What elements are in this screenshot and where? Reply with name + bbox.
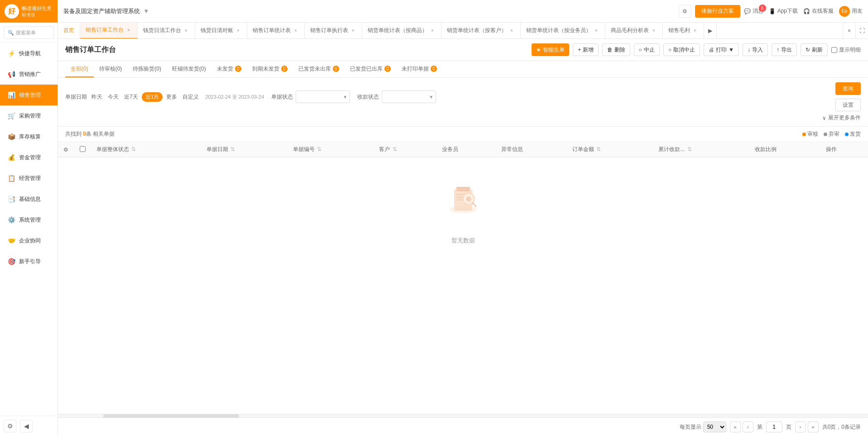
tab-sales-sum-customer[interactable]: 销货单统计表（按客户） × [441,23,521,39]
filter-tab-not-shipped[interactable]: 未发货 0 [211,61,247,77]
tab-close-gross-profit[interactable]: × [651,28,657,34]
table-scroll-area[interactable]: ⚙ 单据整体状态 ⇅ 单据日期 ⇅ [58,142,868,414]
sidebar-item-guide[interactable]: 🎯 新手引导 [0,251,58,272]
sidebar-item-purchase[interactable]: 🛒 采购管理 [0,105,58,126]
tab-close-sales-sum-product[interactable]: × [429,28,436,34]
payment-select[interactable] [382,90,436,103]
sidebar-item-operations[interactable]: 📋 经营管理 [0,168,58,189]
col-cumulative-payment[interactable]: 累计收款... ⇅ [653,142,749,157]
page-first-button[interactable]: « [730,422,741,432]
show-detail-checkbox[interactable]: 显示明细 [831,46,861,54]
set-button[interactable]: 设置 [835,99,861,111]
page-next-button[interactable]: › [795,422,806,432]
page-prev-button[interactable]: ‹ [743,422,753,432]
tab-sales-sum-product[interactable]: 销货单统计表（按商品） × [362,23,441,39]
ship-action[interactable]: 发货 [845,130,861,138]
export-button[interactable]: ↑ 导出 [772,43,797,56]
date-custom[interactable]: 自定义 [181,92,201,102]
tab-sales-stat[interactable]: 销售订单统计表 × [247,23,305,39]
cash-reconcile-tab-label: 钱货日清对账 [201,27,233,34]
tab-close-sales-exec[interactable]: × [350,28,356,34]
tab-sales-order[interactable]: 销售订单工作台 × [80,23,138,39]
search-menu-button[interactable]: 🔍 搜索菜单 [4,26,54,39]
sidebar-item-quick-nav[interactable]: ⚡ 快捷导航 [0,43,58,64]
tab-home[interactable]: 首页 [58,23,80,39]
industry-solution-button[interactable]: 体验行业方案 [695,5,740,18]
col-bill-date[interactable]: 单据日期 ⇅ [201,142,288,157]
tab-close-sales-more[interactable]: × [692,28,698,34]
refresh-button[interactable]: ↻ 刷新 [801,43,828,56]
tab-maximize-button[interactable]: ⛶ [855,23,868,39]
filter-tab-pending-check[interactable]: 待拣验货(0) [127,61,167,77]
print-button[interactable]: 🖨 打印 ▼ [704,43,739,56]
page-last-button[interactable]: » [808,422,819,432]
filter-tab-pending-audit[interactable]: 待审核(0) [94,61,128,77]
tab-cash-reconcile[interactable]: 钱货日清对账 × [195,23,247,39]
date-1month[interactable]: 近1月 [142,92,163,102]
tab-close-sales-sum-staff[interactable]: × [593,28,599,34]
import-button[interactable]: ↓ 导入 [743,43,768,56]
tab-close-sales-sum-customer[interactable]: × [508,28,515,34]
tab-sales-more[interactable]: 销售毛利 × [663,23,704,39]
detail-checkbox-input[interactable] [831,47,837,53]
page-number-input[interactable] [766,422,782,432]
tab-gross-profit[interactable]: 商品毛利分析表 × [605,23,663,39]
filter-tab-not-printed[interactable]: 未打印单据 0 [396,61,442,77]
tab-sales-sum-staff[interactable]: 销货单统计表（按业务员） × [521,23,605,39]
topbar-gear-button[interactable]: ⚙ [679,5,691,18]
select-all-checkbox[interactable] [80,146,86,152]
col-order-amount[interactable]: 订单金额 ⇅ [567,142,653,157]
filter-tab-shipped-not-out[interactable]: 已发货未出库 0 [293,61,345,77]
col-customer[interactable]: 客户 ⇅ [374,142,436,157]
tab-close-sales-stat[interactable]: × [293,28,299,34]
sidebar-item-sales[interactable]: 📊 销售管理 [0,85,58,105]
app-download-button[interactable]: 📱 App下载 [769,7,798,15]
tab-sales-exec[interactable]: 销售订单执行表 × [305,23,362,39]
filter-tab-wangpu-ship[interactable]: 旺铺待发货(0) [167,61,211,77]
stop-button[interactable]: ○ 中止 [634,43,660,56]
total-records-info: 共0页，0条记录 [822,423,861,431]
search-icon: 🔍 [8,30,14,36]
sidebar-item-basic-info[interactable]: 📑 基础信息 [0,189,58,209]
smart-create-button[interactable]: ★ 智能生单 [532,43,569,56]
online-service-button[interactable]: 🎧 在线客服 [803,7,834,15]
tab-close-all-button[interactable]: × [843,23,855,39]
col-bill-status[interactable]: 单据整体状态 ⇅ [91,142,201,157]
page-size-select[interactable]: 50 10 20 100 [703,422,726,432]
date-more[interactable]: 更多 [164,92,179,102]
date-yesterday[interactable]: 昨天 [90,92,104,102]
col-settings[interactable]: ⚙ [58,142,74,157]
system-dropdown-icon[interactable]: ▼ [143,8,150,15]
user-menu[interactable]: Ea 用友 [839,6,863,17]
audit-action[interactable]: 审核 [802,130,818,138]
date-7days[interactable]: 近7天 [122,92,140,102]
tabs-more-button[interactable]: ▶ [704,23,717,39]
messages-button[interactable]: 💬 消息 6 [744,7,763,15]
cancel-stop-button[interactable]: ○ 取消中止 [663,43,700,56]
sidebar-item-system[interactable]: ⚙️ 系统管理 [0,209,58,230]
collapse-button[interactable]: ◀ [20,420,33,432]
tab-close-cash-reconcile[interactable]: × [235,28,241,34]
col-bill-no[interactable]: 单据编号 ⇅ [288,142,374,157]
sidebar-item-enterprise[interactable]: 🤝 企业协同 [0,230,58,251]
filter-tab-all[interactable]: 全部(0) [65,61,94,77]
delete-button[interactable]: 🗑 删除 [602,43,630,56]
settings-button[interactable]: ⚙ [4,420,16,432]
tab-daily-cash[interactable]: 钱货日清工作台 × [138,23,195,39]
sidebar-item-finance[interactable]: 💰 资金管理 [0,147,58,168]
expand-conditions-button[interactable]: ∨ 展开更多条件 [822,114,861,122]
query-button[interactable]: 查询 [835,82,861,95]
date-today[interactable]: 今天 [106,92,120,102]
cancel-audit-action[interactable]: 弃审 [824,130,839,138]
sidebar-item-inventory[interactable]: 📦 库存核算 [0,126,58,147]
tab-close-sales-order[interactable]: × [125,27,132,33]
filter-tab-shipped-out[interactable]: 已发货已出库 0 [345,61,396,77]
filter-tab-overdue-ship[interactable]: 到期未发货 0 [247,61,293,77]
status-select[interactable] [296,90,350,103]
col-checkbox[interactable] [74,142,91,157]
horizontal-scrollbar[interactable] [58,414,868,417]
add-button[interactable]: + 新增 [573,43,598,56]
scroll-thumb[interactable] [103,414,239,418]
sidebar-item-marketing[interactable]: 📢 营销推广 [0,64,58,85]
tab-close-daily-cash[interactable]: × [183,28,189,34]
